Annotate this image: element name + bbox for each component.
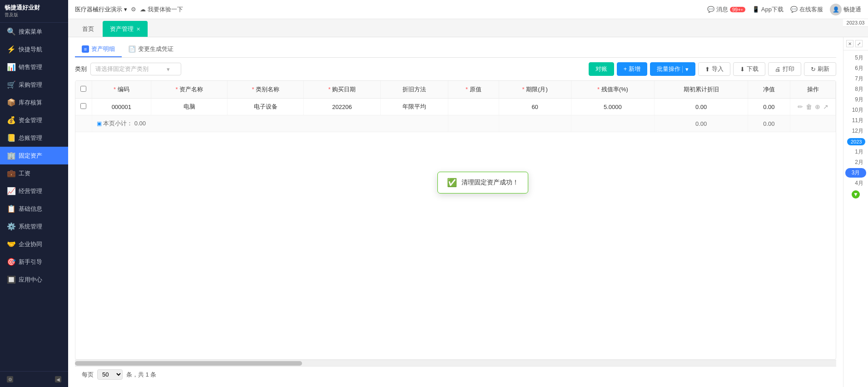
sub-tab-asset-detail[interactable]: ≡ 资产明细 <box>75 42 122 57</box>
timeline-month-9[interactable]: 9月 <box>843 94 868 105</box>
sidebar-item-sales[interactable]: 📊销售管理 <box>0 58 68 76</box>
col-name: * 资产名称 <box>151 81 228 99</box>
message-btn[interactable]: 💬 消息 99++ <box>707 5 745 14</box>
per-page-select[interactable]: 50 100 <box>97 369 123 380</box>
delete-icon[interactable]: 🗑 <box>806 103 812 110</box>
timeline-month-3-active[interactable]: 3月 <box>845 168 866 178</box>
sidebar-item-label-quicknav: 快捷导航 <box>19 45 42 54</box>
cell-purchase-date: 202206 <box>304 99 380 115</box>
right-panel: ✕ ⤢ 5月 6月 7月 8月 9月 10月 11月 12月 2023 1月 2… <box>843 37 868 387</box>
experience-btn[interactable]: ☁ 我要体验一下 <box>140 5 183 14</box>
company-selector[interactable]: 医疗器械行业演示 ▾ <box>75 5 127 14</box>
refresh-icon: ↻ <box>811 66 816 73</box>
tab-home[interactable]: 首页 <box>75 21 101 37</box>
copy-icon[interactable]: ⊕ <box>815 103 820 110</box>
apps-icon: 🔲 <box>7 275 15 284</box>
tab-asset-close-icon[interactable]: ✕ <box>136 26 140 32</box>
add-button[interactable]: + 新增 <box>617 62 647 76</box>
timeline-month-1[interactable]: 1月 <box>843 147 868 157</box>
edit-icon[interactable]: ✏ <box>798 103 803 110</box>
timeline-month-4[interactable]: 4月 <box>843 178 868 189</box>
sidebar-item-operations[interactable]: 📈经营管理 <box>0 182 68 200</box>
app-download-btn[interactable]: 📱 App下载 <box>752 5 784 14</box>
sidebar-item-guide[interactable]: 🎯新手引导 <box>0 253 68 271</box>
select-all-checkbox[interactable] <box>80 86 86 92</box>
sidebar-item-label-apps: 应用中心 <box>19 276 42 284</box>
sidebar-item-coop[interactable]: 🤝企业协同 <box>0 235 68 253</box>
timeline-month-12[interactable]: 12月 <box>843 126 868 136</box>
sidebar-item-search[interactable]: 🔍搜索菜单 <box>0 23 68 40</box>
sidebar-item-label-funds: 资金管理 <box>19 116 42 124</box>
sidebar-item-quicknav[interactable]: ⚡快捷导航 <box>0 40 68 58</box>
sidebar-item-basics[interactable]: 📋基础信息 <box>0 200 68 218</box>
h-scrollbar-thumb[interactable] <box>75 361 302 366</box>
sidebar-item-label-basics: 基础信息 <box>19 205 42 213</box>
h-scrollbar[interactable] <box>75 360 836 366</box>
timeline-down-icon[interactable]: ▼ <box>852 190 860 198</box>
right-panel-expand-btn[interactable]: ⤢ <box>855 40 863 47</box>
sidebar-item-apps[interactable]: 🔲应用中心 <box>0 271 68 288</box>
cell-initial-accum-depr: 0.00 <box>655 99 748 115</box>
toast-success-icon: ✅ <box>447 178 457 188</box>
col-checkbox <box>75 81 92 99</box>
category-select[interactable]: 请选择固定资产类别 ▾ <box>90 63 181 75</box>
online-service-btn[interactable]: 💬 在线客服 <box>790 5 823 14</box>
purchase-icon: 🛒 <box>7 80 15 89</box>
category-select-arrow: ▾ <box>167 66 170 73</box>
timeline-month-8[interactable]: 8月 <box>843 84 868 94</box>
tab-bar: 首页 资产管理 ✕ <box>68 19 868 37</box>
collapse-icon[interactable]: ◀ <box>55 376 61 382</box>
export-button[interactable]: ⬆ 导入 <box>698 62 730 76</box>
pagination: 每页 50 100 条，共 1 条 <box>75 366 836 382</box>
year-2023-tag[interactable]: 2023 <box>847 138 865 145</box>
toolbar: 类别 请选择固定资产类别 ▾ 对账 + 新增 批量操作 ▾ <box>75 62 836 76</box>
print-button[interactable]: 🖨 打印 <box>768 62 801 76</box>
sidebar-logo: 畅捷通好业财 普及版 <box>0 0 68 23</box>
app-download-icon: 📱 <box>752 6 759 13</box>
cell-code: 000001 <box>92 99 151 115</box>
table-row: 000001 电脑 电子设备 202206 年限平均 60 5.0000 0.0… <box>75 99 836 115</box>
main-area: 医疗器械行业演示 ▾ ⚙ ☁ 我要体验一下 💬 消息 99++ 📱 App下载 … <box>68 0 868 387</box>
sub-tab-change-voucher[interactable]: 📄 变更生成凭证 <box>122 42 180 57</box>
settings-btn[interactable]: ⚙ <box>131 6 136 13</box>
system-icon: ⚙️ <box>7 222 15 231</box>
col-purchase-date: * 购买日期 <box>304 81 380 99</box>
company-name: 医疗器械行业演示 <box>75 5 122 14</box>
sidebar-item-purchase[interactable]: 🛒采购管理 <box>0 76 68 94</box>
reconcile-button[interactable]: 对账 <box>589 62 614 76</box>
col-depr-method: 折旧方法 <box>380 81 448 99</box>
timeline-month-11[interactable]: 11月 <box>843 115 868 126</box>
sidebar-item-label-system: 系统管理 <box>19 223 42 231</box>
sidebar-item-inventory[interactable]: 📦库存核算 <box>0 94 68 111</box>
sidebar-item-label-sales: 销售管理 <box>19 63 42 71</box>
sidebar-item-funds[interactable]: 💰资金管理 <box>0 111 68 129</box>
more-icon[interactable]: ↗ <box>823 103 828 110</box>
sidebar-item-system[interactable]: ⚙️系统管理 <box>0 218 68 235</box>
right-panel-close-btn[interactable]: ✕ <box>846 40 853 47</box>
subtotal-label: 本页小计： <box>103 120 133 127</box>
download-button[interactable]: ⬇ 下载 <box>733 62 765 76</box>
guide-icon: 🎯 <box>7 258 15 266</box>
timeline-month-7[interactable]: 7月 <box>843 74 868 84</box>
settings-icon[interactable]: ⚙ <box>7 376 13 382</box>
user-area[interactable]: 👤 畅捷通 <box>830 4 861 15</box>
refresh-button[interactable]: ↻ 刷新 <box>804 62 836 76</box>
sidebar-item-payroll[interactable]: 💼工资 <box>0 164 68 182</box>
timeline-month-10[interactable]: 10月 <box>843 105 868 115</box>
success-toast: ✅ 清理固定资产成功！ <box>437 172 528 194</box>
sub-tab-asset-detail-label: 资产明细 <box>91 45 115 53</box>
batch-button[interactable]: 批量操作 ▾ <box>650 62 695 76</box>
col-code: * 编码 <box>92 81 151 99</box>
timeline-month-2[interactable]: 2月 <box>843 157 868 168</box>
col-term: * 期限(月) <box>499 81 571 99</box>
timeline-month-6[interactable]: 6月 <box>843 63 868 74</box>
tab-asset[interactable]: 资产管理 ✕ <box>103 21 148 37</box>
sidebar-item-fixed[interactable]: 🏢固定资产 <box>0 147 68 164</box>
message-label: 消息 <box>716 5 728 14</box>
batch-dropdown-arrow[interactable]: ▾ <box>682 66 689 73</box>
search-icon: 🔍 <box>7 27 15 36</box>
timeline-month-5[interactable]: 5月 <box>843 53 868 63</box>
row-checkbox[interactable] <box>80 103 86 109</box>
sidebar-item-ledger[interactable]: 📒总账管理 <box>0 129 68 147</box>
cell-category: 电子设备 <box>228 99 304 115</box>
